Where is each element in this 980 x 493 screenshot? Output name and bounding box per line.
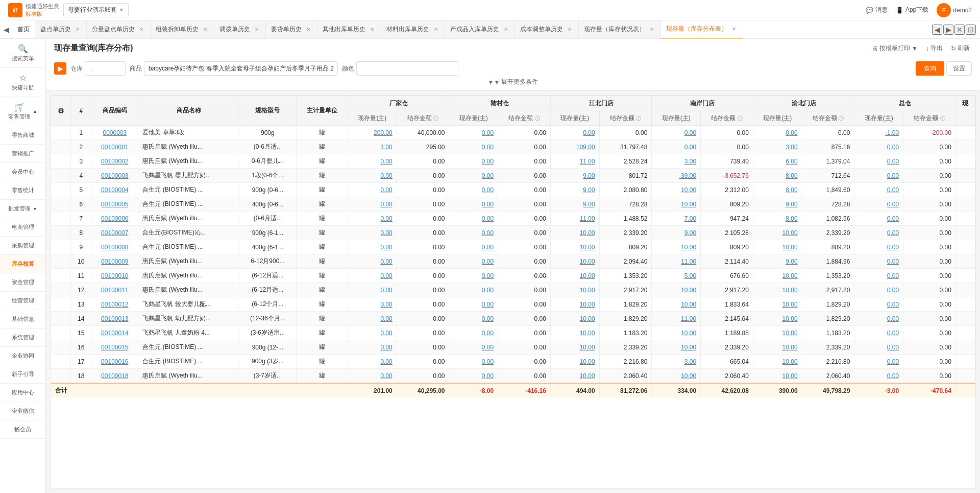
row-total-qty[interactable]: 0.00 [854, 140, 903, 154]
row-code[interactable]: 00100014 [91, 326, 138, 340]
row-nanan-qty[interactable]: 11.00 [652, 312, 701, 326]
row-lucun-qty[interactable]: 0.00 [449, 169, 498, 183]
row-factory-qty[interactable]: 0.00 [348, 369, 397, 384]
row-yubei-qty[interactable]: 3.00 [753, 140, 802, 154]
sidebar-item-retail[interactable]: 🛒 零售管理 ▲ [0, 97, 45, 126]
row-yubei-qty[interactable]: 10.00 [753, 340, 802, 355]
tab-request[interactable]: 要货单历史 ✕ [266, 20, 317, 39]
row-jiangbei-qty[interactable]: 9.00 [550, 183, 599, 197]
warehouse-input[interactable]: ... [85, 61, 126, 76]
row-jiangbei-qty[interactable]: 10.00 [550, 312, 599, 326]
row-jiangbei-qty[interactable]: 10.00 [550, 297, 599, 312]
row-nanan-qty[interactable]: 7.00 [652, 212, 701, 226]
sidebar-item-member2[interactable]: 畅会员 [0, 420, 45, 439]
row-jiangbei-qty[interactable]: 0.00 [550, 126, 599, 140]
tab-close-icon[interactable]: ✕ [502, 26, 509, 33]
row-factory-qty[interactable]: 0.00 [348, 240, 397, 254]
row-yubei-qty[interactable]: 10.00 [753, 355, 802, 369]
row-jiangbei-qty[interactable]: 10.00 [550, 226, 599, 240]
row-nanan-qty[interactable]: 10.00 [652, 340, 701, 355]
tab-close-icon[interactable]: ✕ [305, 26, 312, 33]
row-nanan-qty[interactable]: 10.00 [652, 369, 701, 384]
row-yubei-qty[interactable]: 10.00 [753, 240, 802, 254]
row-jiangbei-qty[interactable]: 109.00 [550, 140, 599, 154]
row-lucun-qty[interactable]: 0.00 [449, 212, 498, 226]
tab-close-icon[interactable]: ✕ [648, 26, 655, 33]
row-jiangbei-qty[interactable]: 10.00 [550, 269, 599, 283]
row-yubei-qty[interactable]: 10.00 [753, 297, 802, 312]
row-jiangbei-qty[interactable]: 11.00 [550, 212, 599, 226]
row-yubei-qty[interactable]: 10.00 [753, 283, 802, 297]
row-factory-qty[interactable]: 0.00 [348, 226, 397, 240]
row-jiangbei-qty[interactable]: 10.00 [550, 283, 599, 297]
tab-close-icon[interactable]: ✕ [432, 26, 439, 33]
row-yubei-qty[interactable]: 6.00 [753, 154, 802, 169]
sidebar-item-retail-store[interactable]: 零售商城 [0, 126, 45, 145]
tab-home[interactable]: 首页 [12, 20, 35, 39]
sidebar-item-apps[interactable]: 应用中心 [0, 384, 45, 402]
row-factory-qty[interactable]: 0.00 [348, 283, 397, 297]
app-download-button[interactable]: 📱 App下载 [896, 6, 928, 14]
tab-close-icon[interactable]: ✕ [74, 26, 81, 33]
row-factory-qty[interactable]: 0.00 [348, 297, 397, 312]
tab-close-icon[interactable]: ✕ [202, 26, 209, 33]
row-yubei-qty[interactable]: 10.00 [753, 369, 802, 384]
tab-close-icon[interactable]: ✕ [566, 26, 573, 33]
row-code[interactable]: 00100015 [91, 340, 138, 355]
row-factory-qty[interactable]: 0.00 [348, 254, 397, 269]
row-yubei-qty[interactable]: 10.00 [753, 312, 802, 326]
row-lucun-qty[interactable]: 0.00 [449, 254, 498, 269]
row-code[interactable]: 00100011 [91, 283, 138, 297]
row-nanan-qty[interactable]: 10.00 [652, 326, 701, 340]
row-total-qty[interactable]: 0.00 [854, 197, 903, 212]
tab-scroll-right-button[interactable]: ▶ [943, 25, 953, 35]
row-yubei-qty[interactable]: 10.00 [753, 269, 802, 283]
row-nanan-qty[interactable]: 0.00 [652, 126, 701, 140]
sidebar-item-wholesale[interactable]: 批发管理 ▼ [0, 200, 45, 218]
tab-close-icon[interactable]: ✕ [730, 26, 738, 33]
row-lucun-qty[interactable]: 0.00 [449, 355, 498, 369]
tab-stock-status[interactable]: 现存量（库存状况表） ✕ [579, 20, 661, 39]
tab-cost-adjust[interactable]: 成本调整单历史 ✕ [515, 20, 579, 39]
sidebar-item-inventory[interactable]: 库存核算 [0, 255, 45, 273]
sidebar-item-system[interactable]: 系统管理 [0, 328, 45, 347]
row-yubei-qty[interactable]: 9.00 [753, 197, 802, 212]
tab-material-out[interactable]: 材料出库单历史 ✕ [381, 20, 445, 39]
row-total-qty[interactable]: 0.00 [854, 169, 903, 183]
row-factory-qty[interactable]: 0.00 [348, 197, 397, 212]
setting-button[interactable]: 设置 [946, 61, 972, 76]
row-nanan-qty[interactable]: -39.00 [652, 169, 701, 183]
row-nanan-qty[interactable]: 0.00 [652, 140, 701, 154]
row-nanan-qty[interactable]: 10.00 [652, 197, 701, 212]
row-nanan-qty[interactable]: 9.00 [652, 226, 701, 240]
sidebar-item-guide[interactable]: 新手引导 [0, 365, 45, 384]
row-jiangbei-qty[interactable]: 10.00 [550, 369, 599, 384]
sidebar-item-nav[interactable]: ☆ 快捷导航 [0, 68, 45, 97]
refresh-button[interactable]: ↻ 刷新 [949, 43, 972, 54]
row-total-qty[interactable]: 0.00 [854, 183, 903, 197]
row-nanan-qty[interactable]: 10.00 [652, 297, 701, 312]
tab-inventory-count[interactable]: 盘点单历史 ✕ [35, 20, 87, 39]
row-lucun-qty[interactable]: 0.00 [449, 326, 498, 340]
row-lucun-qty[interactable]: 0.00 [449, 312, 498, 326]
row-code[interactable]: 00100012 [91, 297, 138, 312]
filter-toggle-button[interactable]: ▶ [54, 62, 66, 75]
row-code[interactable]: 00100003 [91, 169, 138, 183]
row-factory-qty[interactable]: 0.00 [348, 326, 397, 340]
sidebar-item-wechat[interactable]: 企业微信 [0, 402, 45, 420]
user-menu[interactable]: E demo2 [937, 3, 972, 17]
row-yubei-qty[interactable]: 0.00 [753, 126, 802, 140]
sidebar-item-member[interactable]: 会员中心 [0, 163, 45, 181]
search-button[interactable]: 查询 [916, 61, 944, 76]
row-jiangbei-qty[interactable]: 10.00 [550, 326, 599, 340]
row-nanan-qty[interactable]: 3.00 [652, 355, 701, 369]
row-code[interactable]: 00100018 [91, 369, 138, 384]
row-lucun-qty[interactable]: 0.00 [449, 297, 498, 312]
tab-product-in[interactable]: 产成品入库单历史 ✕ [445, 20, 515, 39]
row-total-qty[interactable]: 0.00 [854, 226, 903, 240]
row-nanan-qty[interactable]: 10.00 [652, 240, 701, 254]
row-code[interactable]: 0000003 [91, 126, 138, 140]
tab-combo[interactable]: 组装拆卸单历史 ✕ [151, 20, 214, 39]
sidebar-item-marketing[interactable]: 营销推广 [0, 145, 45, 163]
row-jiangbei-qty[interactable]: 10.00 [550, 355, 599, 369]
